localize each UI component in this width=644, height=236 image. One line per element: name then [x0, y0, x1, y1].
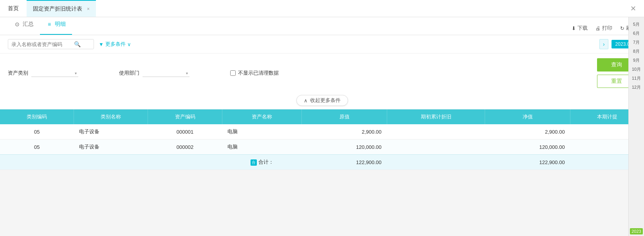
- asset-category-label: 资产类别: [8, 70, 28, 77]
- asset-category-select-wrap: [31, 69, 78, 77]
- col-header-asset-name: 资产名称: [222, 109, 302, 124]
- collapse-btn[interactable]: ∧ 收起更多条件: [296, 95, 348, 106]
- print-label: 打印: [602, 25, 612, 32]
- tab-detail[interactable]: ≡ 明细: [40, 17, 72, 35]
- table-header-row: 类别编码 类别名称 资产编码 资产名称 原值 期初累计折旧 净值 本期计提: [0, 109, 644, 124]
- total-net-value: 122,900.00: [485, 155, 570, 170]
- total-label-cell: [0, 155, 222, 170]
- window-close-btn[interactable]: ✕: [630, 4, 644, 13]
- chevron-down-icon: ∨: [127, 41, 131, 47]
- data-table: 类别编码 类别名称 资产编码 资产名称 原值 期初累计折旧 净值 本期计提 05…: [0, 109, 644, 170]
- download-icon: ⬇: [572, 25, 576, 31]
- cell-asset-code: 000001: [148, 124, 222, 139]
- download-btn[interactable]: ⬇ 下载: [572, 25, 588, 32]
- right-panel: 5月6月7月8月9月10月11月12月2023: [628, 17, 644, 236]
- hide-cleared-checkbox[interactable]: [230, 70, 236, 76]
- asset-category-filter: 资产类别: [8, 69, 78, 77]
- cell-accumulated-dep: [387, 124, 485, 139]
- filter-row-1: 资产类别 使用部门 不显示已清理数据 查询 重置: [8, 58, 636, 88]
- month-item[interactable]: 12月: [629, 83, 644, 91]
- department-select-wrap: [143, 69, 189, 77]
- cell-asset-name: 电脑: [222, 139, 302, 155]
- month-item[interactable]: 11月: [629, 74, 644, 82]
- cell-category-code: 05: [0, 139, 74, 155]
- department-select[interactable]: [143, 69, 189, 77]
- data-table-wrap: 类别编码 类别名称 资产编码 资产名称 原值 期初累计折旧 净值 本期计提 05…: [0, 109, 644, 170]
- collapse-label: 收起更多条件: [310, 97, 341, 104]
- total-row: 合合计： 122,900.00 122,900.00: [0, 155, 644, 170]
- top-nav: 首页 固定资产折旧统计表 × ✕: [0, 0, 644, 17]
- date-nav-arrow[interactable]: ›: [599, 39, 608, 49]
- detail-icon: ≡: [46, 21, 52, 27]
- cell-net-value: 120,000.00: [485, 139, 570, 155]
- department-label: 使用部门: [119, 70, 139, 77]
- cell-category-name: 电子设备: [74, 124, 148, 139]
- tab-close-btn[interactable]: ×: [87, 6, 90, 12]
- tab-summary-label: 汇总: [23, 21, 34, 28]
- collapse-btn-row: ∧ 收起更多条件: [8, 92, 636, 109]
- toolbar-right: ⬇ 下载 🖨 打印 ↻ 刷新: [572, 25, 636, 35]
- filter-bar: 🔍 ▼ 更多条件 ∨ › 2023.01: [0, 35, 644, 54]
- month-item[interactable]: 9月: [629, 56, 644, 64]
- col-header-category-name: 类别名称: [74, 109, 148, 124]
- department-filter: 使用部门: [119, 69, 189, 77]
- total-icon: 合: [251, 159, 257, 166]
- table-row: 05 电子设备 000002 电脑 120,000.00 120,000.00: [0, 139, 644, 155]
- col-header-category-code: 类别编码: [0, 109, 74, 124]
- chevron-up-icon: ∧: [304, 98, 308, 104]
- cell-original-value: 2,900.00: [302, 124, 387, 139]
- cell-accumulated-dep: [387, 139, 485, 155]
- more-filter-label: 更多条件: [105, 41, 126, 48]
- home-nav-item[interactable]: 首页: [0, 0, 27, 17]
- month-item[interactable]: 10月: [629, 65, 644, 73]
- search-input-wrap: 🔍: [8, 39, 94, 49]
- total-accumulated-dep: [387, 155, 485, 170]
- tab-detail-label: 明细: [55, 21, 66, 28]
- cell-category-code: 05: [0, 124, 74, 139]
- refresh-icon: ↻: [620, 25, 624, 31]
- tab-summary[interactable]: ⊙ 汇总: [8, 17, 40, 35]
- month-item[interactable]: 8月: [629, 47, 644, 55]
- print-icon: 🖨: [595, 25, 601, 31]
- col-header-asset-code: 资产编码: [148, 109, 222, 124]
- active-tab-label: 固定资产折旧统计表: [33, 5, 82, 13]
- summary-icon: ⊙: [14, 21, 20, 27]
- cell-asset-code: 000002: [148, 139, 222, 155]
- print-btn[interactable]: 🖨 打印: [595, 25, 612, 32]
- filter-icon: ▼: [99, 41, 104, 47]
- month-item[interactable]: 5月: [629, 20, 644, 29]
- search-input[interactable]: [11, 41, 74, 47]
- sub-tabs-bar: ⊙ 汇总 ≡ 明细 ⬇ 下载 🖨 打印 ↻ 刷新: [0, 17, 644, 35]
- total-original-value: 122,900.00: [302, 155, 387, 170]
- asset-category-select[interactable]: [31, 69, 78, 77]
- hide-cleared-label: 不显示已清理数据: [238, 70, 279, 77]
- cell-asset-name: 电脑: [222, 124, 302, 139]
- month-item[interactable]: 7月: [629, 38, 644, 46]
- col-header-original-value: 原值: [302, 109, 387, 124]
- total-label: 合合计：: [222, 155, 302, 170]
- year-badge: 2023: [630, 228, 642, 234]
- download-label: 下载: [577, 25, 588, 32]
- active-tab[interactable]: 固定资产折旧统计表 ×: [27, 0, 96, 17]
- more-filter-btn[interactable]: ▼ 更多条件 ∨: [99, 41, 131, 48]
- search-icon[interactable]: 🔍: [74, 41, 81, 47]
- cell-original-value: 120,000.00: [302, 139, 387, 155]
- cell-category-name: 电子设备: [74, 139, 148, 155]
- table-row: 05 电子设备 000001 电脑 2,900.00 2,900.00: [0, 124, 644, 139]
- col-header-net-value: 净值: [485, 109, 570, 124]
- cell-net-value: 2,900.00: [485, 124, 570, 139]
- hide-cleared-checkbox-item[interactable]: 不显示已清理数据: [230, 70, 279, 77]
- col-header-accumulated-dep: 期初累计折旧: [387, 109, 485, 124]
- month-item[interactable]: 6月: [629, 29, 644, 38]
- advanced-filter-panel: 资产类别 使用部门 不显示已清理数据 查询 重置 ∧: [0, 54, 644, 109]
